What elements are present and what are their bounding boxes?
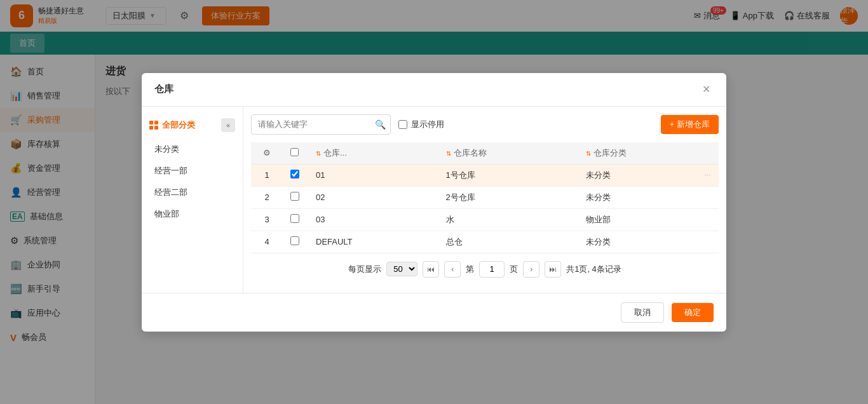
search-input-wrap: 🔍 bbox=[251, 114, 391, 135]
row-action-dots[interactable]: ··· bbox=[704, 170, 711, 179]
warehouse-list-panel: 🔍 显示停用 + 新增仓库 ⚙ bbox=[243, 107, 726, 293]
last-page-button[interactable]: ⏭ bbox=[545, 261, 561, 278]
show-disabled-checkbox[interactable] bbox=[398, 120, 407, 129]
row-number: 2 bbox=[251, 186, 283, 208]
row-name: 2号仓库 bbox=[438, 186, 579, 208]
th-name: ⇅仓库名称 bbox=[438, 142, 579, 165]
row-checkbox-cell bbox=[283, 186, 308, 208]
collapse-panel-button[interactable]: « bbox=[221, 118, 235, 132]
row-number: 4 bbox=[251, 231, 283, 253]
category-panel: 全部分类 « 未分类 经营一部 经营二部 物业部 bbox=[142, 107, 243, 293]
table-row[interactable]: 1 01 1号仓库 未分类··· bbox=[251, 164, 719, 186]
row-category: 未分类 bbox=[578, 186, 719, 208]
search-icon[interactable]: 🔍 bbox=[375, 119, 386, 130]
search-input[interactable] bbox=[251, 114, 391, 135]
row-category: 未分类··· bbox=[578, 164, 719, 186]
row-name: 总仓 bbox=[438, 231, 579, 253]
sort-category-icon: ⇅ bbox=[586, 150, 591, 157]
row-category: 物业部 bbox=[578, 208, 719, 231]
th-category: ⇅仓库分类 bbox=[578, 142, 719, 165]
add-warehouse-button[interactable]: + 新增仓库 bbox=[661, 115, 719, 134]
cancel-button[interactable]: 取消 bbox=[621, 302, 664, 323]
th-checkbox bbox=[283, 142, 308, 165]
modal-close-button[interactable]: ✕ bbox=[698, 82, 714, 97]
row-name: 水 bbox=[438, 208, 579, 231]
row-name: 1号仓库 bbox=[438, 164, 579, 186]
select-all-checkbox[interactable] bbox=[290, 148, 299, 156]
row-number: 3 bbox=[251, 208, 283, 231]
row-code: DEFAULT bbox=[308, 231, 438, 253]
row-checkbox[interactable] bbox=[290, 170, 299, 178]
category-item-dept2[interactable]: 经营二部 bbox=[142, 182, 243, 203]
confirm-button[interactable]: 确定 bbox=[672, 303, 714, 322]
prev-page-button[interactable]: ‹ bbox=[444, 261, 461, 278]
th-code: ⇅仓库... bbox=[308, 142, 438, 165]
row-code: 01 bbox=[308, 164, 438, 186]
table-row[interactable]: 4 DEFAULT 总仓 未分类 bbox=[251, 231, 719, 253]
category-item-unclassified[interactable]: 未分类 bbox=[142, 138, 243, 160]
show-disabled-label[interactable]: 显示停用 bbox=[398, 119, 444, 130]
pagination: 每页显示 50 ⏮ ‹ 第 页 › ⏭ 共1页, 4条记录 bbox=[251, 253, 719, 285]
table-row[interactable]: 3 03 水 物业部 bbox=[251, 208, 719, 231]
per-page-select[interactable]: 50 bbox=[386, 262, 417, 276]
row-checkbox[interactable] bbox=[290, 192, 299, 201]
row-checkbox[interactable] bbox=[290, 236, 299, 245]
modal-header: 仓库 ✕ bbox=[142, 73, 726, 107]
warehouse-modal: 仓库 ✕ 全部分类 « 未分类 经营一部 经营二部 物业部 bbox=[142, 73, 726, 332]
next-page-button[interactable]: › bbox=[523, 261, 539, 278]
row-number: 1 bbox=[251, 164, 283, 186]
row-checkbox[interactable] bbox=[290, 214, 299, 223]
column-settings-icon: ⚙ bbox=[263, 148, 271, 158]
category-header: 全部分类 « bbox=[142, 114, 243, 138]
sort-name-icon: ⇅ bbox=[446, 150, 451, 157]
row-category: 未分类 bbox=[578, 231, 719, 253]
category-item-dept1[interactable]: 经营一部 bbox=[142, 160, 243, 182]
table-row[interactable]: 2 02 2号仓库 未分类 bbox=[251, 186, 719, 208]
row-checkbox-cell bbox=[283, 208, 308, 231]
warehouse-table: ⚙ ⇅仓库... ⇅仓库名称 ⇅仓库分类 1 01 1号仓库 未分类··· 2 bbox=[251, 142, 719, 253]
all-categories-label[interactable]: 全部分类 bbox=[149, 119, 195, 131]
sort-code-icon: ⇅ bbox=[316, 150, 321, 157]
page-number-input[interactable] bbox=[479, 261, 505, 278]
row-code: 03 bbox=[308, 208, 438, 231]
modal-body: 全部分类 « 未分类 经营一部 经营二部 物业部 🔍 bbox=[142, 107, 726, 293]
row-checkbox-cell bbox=[283, 164, 308, 186]
modal-footer: 取消 确定 bbox=[142, 293, 726, 332]
warehouse-table-wrap: ⚙ ⇅仓库... ⇅仓库名称 ⇅仓库分类 1 01 1号仓库 未分类··· 2 bbox=[251, 142, 719, 253]
modal-title: 仓库 bbox=[154, 83, 173, 95]
first-page-button[interactable]: ⏮ bbox=[423, 261, 439, 278]
row-checkbox-cell bbox=[283, 231, 308, 253]
category-item-property[interactable]: 物业部 bbox=[142, 203, 243, 225]
table-header-row: ⚙ ⇅仓库... ⇅仓库名称 ⇅仓库分类 bbox=[251, 142, 719, 165]
modal-overlay: 仓库 ✕ 全部分类 « 未分类 经营一部 经营二部 物业部 bbox=[0, 0, 868, 404]
grid-icon bbox=[149, 121, 158, 130]
th-settings: ⚙ bbox=[251, 142, 283, 165]
search-bar: 🔍 显示停用 + 新增仓库 bbox=[251, 114, 719, 135]
row-code: 02 bbox=[308, 186, 438, 208]
